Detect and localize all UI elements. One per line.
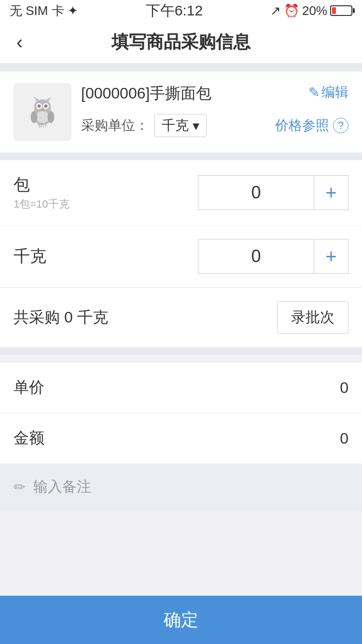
status-bar-time: 下午6:12: [146, 1, 203, 21]
status-bar: 无 SIM 卡 ✦ 下午6:12 ↗ ⏰ 20%: [0, 0, 362, 21]
status-bar-right: ↗ ⏰ 20%: [270, 3, 352, 18]
total-divider: [0, 347, 362, 355]
page-title: 填写商品采购信息: [111, 30, 251, 54]
unit-select[interactable]: 千克 ▾: [154, 114, 207, 137]
svg-point-10: [31, 111, 38, 123]
location-icon: ↗: [270, 3, 281, 18]
unit-label: 采购单位：: [81, 116, 149, 135]
product-card: 智计 [0000006]手撕面包 ✎ 编辑 采购单位： 千克 ▾ 价格参照 ?: [0, 71, 362, 153]
edit-label: 编辑: [321, 83, 348, 101]
product-image: 智计: [14, 83, 71, 141]
total-amount-text: 共采购 0 千克: [14, 307, 108, 328]
dropdown-icon: ▾: [193, 118, 199, 134]
bao-label: 包 1包=10千克: [14, 174, 70, 211]
amount-label: 金额: [14, 428, 44, 449]
total-row: 共采购 0 千克 录批次: [0, 288, 362, 347]
kg-plus-button[interactable]: +: [314, 239, 348, 274]
svg-point-9: [36, 111, 49, 123]
edit-button[interactable]: ✎ 编辑: [308, 83, 348, 101]
confirm-button[interactable]: 确定: [0, 596, 362, 644]
price-row: 单价 0: [0, 363, 362, 413]
price-ref-button[interactable]: 价格参照 ?: [275, 116, 348, 135]
price-ref-label: 价格参照: [275, 116, 329, 135]
nav-bar: ‹ 填写商品采购信息: [0, 21, 362, 64]
pencil-icon: ✏: [14, 478, 26, 495]
product-divider: [0, 153, 362, 160]
amount-row: 金额 0: [0, 413, 362, 463]
battery-percent: 20%: [302, 3, 327, 18]
bao-plus-button[interactable]: +: [314, 175, 348, 210]
svg-marker-7: [34, 97, 40, 101]
sim-indicator: 无 SIM 卡 ✦: [10, 2, 78, 19]
bao-row: 包 1包=10千克 +: [0, 160, 362, 225]
top-divider: [0, 64, 362, 71]
price-label: 单价: [14, 377, 44, 398]
notes-section[interactable]: ✏ 输入备注: [0, 463, 362, 510]
amount-value: 0: [340, 430, 348, 448]
price-value: 0: [340, 379, 348, 397]
battery-icon: [330, 5, 352, 16]
alarm-icon: ⏰: [284, 3, 299, 18]
confirm-label: 确定: [164, 608, 198, 632]
price-ref-info-icon: ?: [333, 118, 348, 133]
notes-placeholder: 输入备注: [33, 477, 91, 497]
svg-point-11: [48, 111, 55, 123]
unit-value: 千克: [162, 116, 189, 135]
svg-marker-8: [46, 97, 51, 101]
back-button[interactable]: ‹: [12, 27, 28, 58]
svg-point-5: [44, 104, 48, 108]
info-section: 单价 0 金额 0: [0, 363, 362, 463]
bottom-spacer: [0, 510, 362, 559]
kg-quantity-input[interactable]: [198, 239, 314, 274]
svg-point-4: [38, 104, 41, 108]
status-bar-left: 无 SIM 卡 ✦: [10, 2, 78, 19]
product-name: [0000006]手撕面包: [81, 83, 211, 104]
kg-row: 千克 +: [0, 225, 362, 288]
kg-input-group: +: [198, 239, 348, 274]
edit-icon: ✎: [308, 84, 320, 100]
product-info: [0000006]手撕面包 ✎ 编辑 采购单位： 千克 ▾ 价格参照 ?: [81, 83, 348, 137]
quantity-section: 包 1包=10千克 + 千克 +: [0, 160, 362, 288]
svg-text:智计: 智计: [38, 123, 47, 128]
kg-label: 千克: [14, 245, 46, 267]
batch-button[interactable]: 录批次: [277, 301, 348, 334]
bao-input-group: +: [198, 175, 348, 210]
bao-quantity-input[interactable]: [198, 175, 314, 210]
